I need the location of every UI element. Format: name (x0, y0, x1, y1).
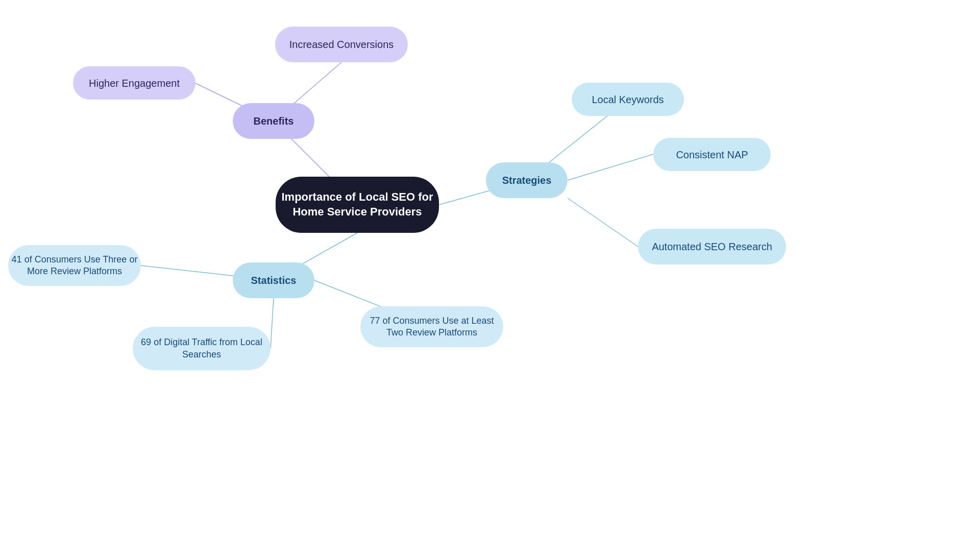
higher-engagement-node[interactable]: Higher Engagement (73, 66, 195, 100)
benefits-node[interactable]: Benefits (233, 103, 314, 139)
stat-77-node[interactable]: 77 of Consumers Use at Least Two Review … (360, 306, 503, 347)
consistent-nap-node[interactable]: Consistent NAP (653, 138, 771, 171)
stat-69-node[interactable]: 69 of Digital Traffic from Local Searche… (133, 327, 271, 370)
svg-line-6 (568, 198, 638, 247)
statistics-node[interactable]: Statistics (233, 262, 314, 298)
strategies-node[interactable]: Strategies (486, 162, 568, 198)
local-keywords-node[interactable]: Local Keywords (572, 83, 684, 116)
automated-seo-research-node[interactable]: Automated SEO Research (638, 229, 786, 265)
increased-conversions-node[interactable]: Increased Conversions (275, 27, 408, 62)
center-node[interactable]: Importance of Local SEO for Home Service… (276, 177, 439, 233)
stat-41-node[interactable]: 41 of Consumers Use Three or More Review… (8, 245, 141, 286)
svg-line-5 (568, 154, 653, 180)
svg-line-9 (271, 298, 274, 348)
